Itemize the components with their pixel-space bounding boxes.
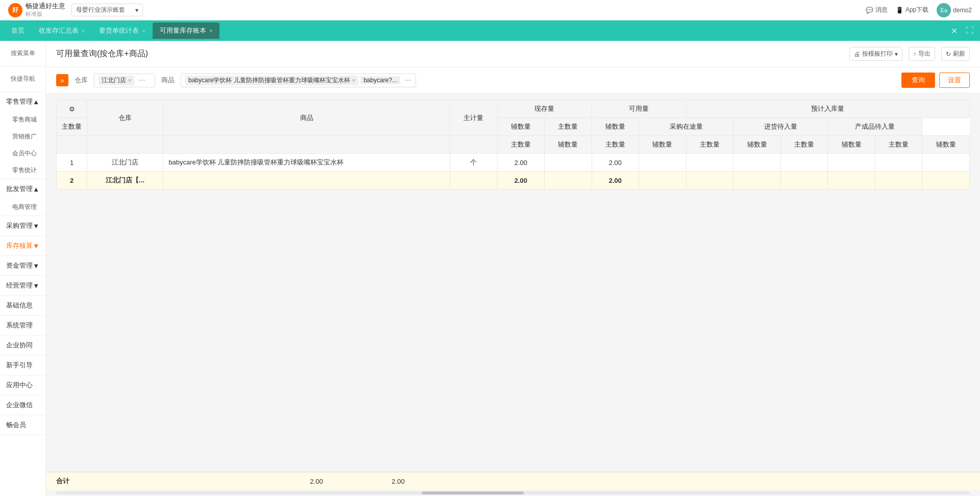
- scroll-thumb[interactable]: [422, 491, 524, 494]
- table-row: 1 江北门店 babycare学饮杯 儿童防摔防撞吸管杯重力球吸嘴杯宝宝水杯 个…: [57, 154, 970, 172]
- sidebar-section-header-operation[interactable]: 经营管理 ▼: [0, 276, 45, 295]
- sidebar-item-quick-nav[interactable]: 快捷导航: [0, 70, 45, 87]
- tab-available-stock[interactable]: 可用量库存账本 ×: [153, 22, 219, 39]
- tab-close-icon[interactable]: ×: [209, 28, 212, 34]
- sidebar-section-header-retail[interactable]: 零售管理 ▲: [0, 92, 45, 111]
- th-predict-group: 预计入库量: [686, 100, 969, 118]
- industry-label: 母婴行业演示账套: [76, 6, 125, 14]
- product-label: 商品: [161, 76, 175, 85]
- sidebar-search[interactable]: 搜索菜单: [0, 45, 45, 62]
- sidebar-item-marketing[interactable]: 营销推广: [0, 128, 45, 145]
- th-product2: [163, 136, 450, 154]
- th-product: 商品: [163, 100, 450, 136]
- th-warehouse2: [87, 136, 163, 154]
- tab-receive-send[interactable]: 收发存汇总表 ×: [32, 22, 92, 39]
- cell-product: [163, 172, 450, 190]
- warehouse-tag: 江北门店 ×: [99, 76, 134, 85]
- sidebar-section-collab: 企业协同: [0, 336, 45, 356]
- filter-toggle-btn[interactable]: »: [56, 74, 68, 86]
- product-input[interactable]: babycare学饮杯 儿童防摔防撞吸管杯重力球吸嘴杯宝宝水杯 × babyca…: [181, 74, 416, 87]
- th-pa: 辅数量: [733, 136, 781, 154]
- cell-available-main: 2.00: [592, 154, 639, 172]
- product-more[interactable]: ···: [404, 76, 411, 85]
- th-gear[interactable]: ⚙: [57, 100, 87, 118]
- logo-area: 好 畅捷通好生意 标准版: [8, 2, 65, 18]
- user-profile[interactable]: Ea demo2: [937, 3, 972, 17]
- product-tag-close[interactable]: ×: [352, 77, 355, 83]
- sidebar-section-header-member2[interactable]: 畅会员: [0, 415, 45, 435]
- sidebar-item-member[interactable]: 会员中心: [0, 145, 45, 162]
- cell-stock-aux: [545, 154, 592, 172]
- logo-sub: 标准版: [26, 10, 65, 18]
- sidebar-section-header-finance[interactable]: 资金管理 ▼: [0, 256, 45, 275]
- sidebar-section-header-wholesale[interactable]: 批发管理 ▲: [0, 179, 45, 199]
- footer-available-main: 2.00: [378, 478, 419, 485]
- cell-stock-aux: [545, 172, 592, 190]
- sidebar-top: 搜索菜单: [0, 41, 45, 66]
- th-row-no: [57, 136, 87, 154]
- cell-purchase-aux: [733, 172, 781, 190]
- cell-production-aux: [922, 172, 970, 190]
- cell-unit: [450, 172, 497, 190]
- chevron-down-icon: ▼: [33, 222, 39, 230]
- th-aa2: 辅数量: [639, 136, 687, 154]
- th-production-group: 产成品待入量: [828, 118, 922, 136]
- sidebar-section-header-purchase[interactable]: 采购管理 ▼: [0, 216, 45, 235]
- chevron-up-icon: ▲: [33, 98, 39, 106]
- th-im: 主数量: [780, 136, 828, 154]
- avatar: Ea: [937, 3, 951, 17]
- sidebar-item-retail-stat[interactable]: 零售统计: [0, 162, 45, 179]
- logo-icon: 好: [8, 3, 22, 17]
- cell-unit: 个: [450, 154, 497, 172]
- export-btn[interactable]: ↑ 导出: [909, 47, 935, 61]
- sidebar-section-operation: 经营管理 ▼: [0, 276, 45, 296]
- scroll-track[interactable]: [56, 491, 970, 494]
- app-download-btn[interactable]: 📱 App下载: [896, 6, 928, 14]
- sidebar-item-ecommerce[interactable]: 电商管理: [0, 199, 45, 216]
- setting-btn[interactable]: 设置: [939, 73, 970, 88]
- sidebar-section-retail: 零售管理 ▲ 零售商城 营销推广 会员中心 零售统计: [0, 92, 45, 179]
- maximize-btn[interactable]: ⛶: [964, 26, 976, 35]
- th-pra: 辅数量: [922, 136, 970, 154]
- industry-selector[interactable]: 母婴行业演示账套 ▾: [71, 4, 143, 16]
- tab-bar-right: ✕ ⛶: [949, 26, 976, 36]
- cell-production-main: [875, 154, 922, 172]
- cell-production-main: [875, 172, 922, 190]
- footer-label: 合计: [56, 477, 128, 486]
- sidebar-section-system: 系统管理: [0, 316, 45, 336]
- warehouse-tag-close[interactable]: ×: [128, 77, 131, 83]
- top-bar: 好 畅捷通好生意 标准版 母婴行业演示账套 ▾ 💬 消息 📱 App下载 Ea …: [0, 0, 980, 20]
- query-btn[interactable]: 查询: [901, 73, 935, 88]
- tab-bar: 首页 收发存汇总表 × 要货单统计表 × 可用量库存账本 × ✕ ⛶: [0, 20, 980, 41]
- chevron-down-icon: ▼: [33, 282, 39, 290]
- sidebar-section-header-system[interactable]: 系统管理: [0, 316, 45, 335]
- sidebar-section-appstore: 应用中心: [0, 375, 45, 395]
- sidebar-item-retail-mall[interactable]: 零售商城: [0, 111, 45, 128]
- cell-incoming-aux: [828, 172, 875, 190]
- tab-close-icon[interactable]: ×: [142, 28, 145, 34]
- sidebar-section-header-basic[interactable]: 基础信息: [0, 296, 45, 315]
- logo-text: 畅捷通好生意: [26, 2, 65, 10]
- sidebar-section-header-appstore[interactable]: 应用中心: [0, 375, 45, 395]
- sidebar-section-header-collab[interactable]: 企业协同: [0, 336, 45, 355]
- print-btn[interactable]: 🖨 按模板打印 ▾: [849, 47, 902, 61]
- refresh-btn[interactable]: ↻ 刷新: [941, 47, 970, 61]
- message-btn[interactable]: 💬 消息: [866, 6, 888, 14]
- tab-order-stat[interactable]: 要货单统计表 ×: [92, 22, 152, 39]
- sidebar-section-basic: 基础信息: [0, 296, 45, 316]
- tab-home[interactable]: 首页: [4, 22, 32, 39]
- page-title: 可用量查询(按仓库+商品): [56, 49, 148, 65]
- sidebar-section-header-stock[interactable]: 库存核算 ▼: [0, 236, 45, 255]
- cell-incoming-main: [780, 154, 828, 172]
- th-unit2: [450, 136, 497, 154]
- th-pm: 主数量: [686, 136, 733, 154]
- chevron-down-icon: ▼: [33, 262, 39, 270]
- cell-purchase-aux: [733, 154, 781, 172]
- warehouse-more[interactable]: ···: [138, 76, 145, 85]
- warehouse-input[interactable]: 江北门店 × ···: [94, 74, 155, 87]
- sidebar-section-header-guide[interactable]: 新手引导: [0, 356, 45, 375]
- tab-close-icon[interactable]: ×: [82, 28, 85, 34]
- sidebar-section-header-wechat[interactable]: 企业微信: [0, 395, 45, 415]
- close-window-btn[interactable]: ✕: [949, 26, 960, 36]
- sidebar-nav: 快捷导航: [0, 66, 45, 92]
